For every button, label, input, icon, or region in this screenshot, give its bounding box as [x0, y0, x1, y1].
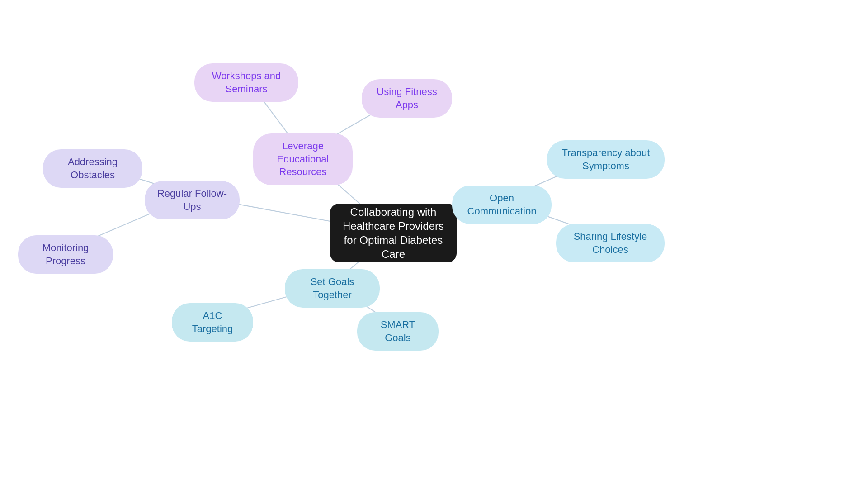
node-smart-goals[interactable]: SMART Goals: [357, 312, 439, 351]
mind-map: Collaborating with Healthcare Providers …: [0, 0, 868, 490]
node-sharing-lifestyle[interactable]: Sharing Lifestyle Choices: [556, 224, 665, 262]
node-addressing-obstacles[interactable]: Addressing Obstacles: [43, 149, 142, 188]
node-leverage[interactable]: Leverage Educational Resources: [253, 133, 353, 185]
node-workshops[interactable]: Workshops and Seminars: [194, 63, 298, 102]
node-fitness-apps[interactable]: Using Fitness Apps: [362, 79, 452, 118]
node-monitoring-progress[interactable]: Monitoring Progress: [18, 235, 113, 274]
node-set-goals[interactable]: Set Goals Together: [285, 269, 380, 308]
node-regular-followups[interactable]: Regular Follow-Ups: [145, 181, 240, 219]
center-node[interactable]: Collaborating with Healthcare Providers …: [330, 204, 457, 262]
node-transparency[interactable]: Transparency about Symptoms: [547, 140, 665, 179]
node-open-communication[interactable]: Open Communication: [452, 186, 552, 224]
node-a1c-targeting[interactable]: A1C Targeting: [172, 303, 253, 342]
